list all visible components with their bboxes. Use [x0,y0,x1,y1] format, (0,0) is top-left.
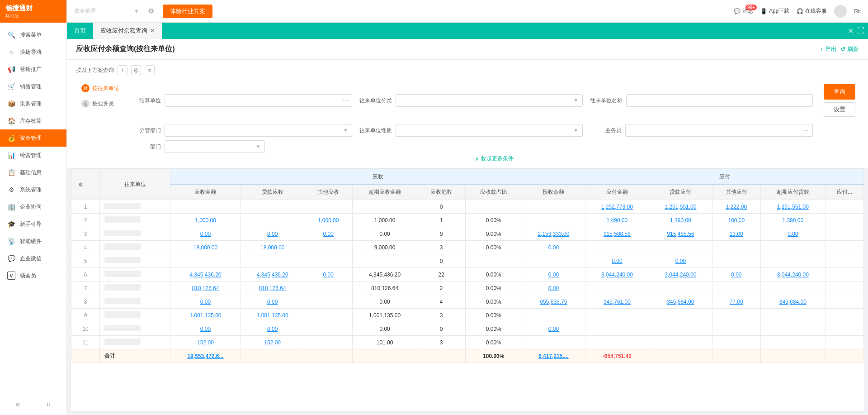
row-overdue_ap[interactable]: 1,390.00 [760,214,825,227]
row-ap_amount[interactable]: 1,252,773.00 [585,200,649,214]
sidebar-settings-btn[interactable]: ⚙ [5,399,32,410]
row-prepay_balance[interactable]: 0.00 [522,281,585,295]
set-button[interactable]: 设置 [824,102,855,117]
refresh-btn[interactable]: ↺ 刷新 [840,45,859,53]
topbar-message-btn[interactable]: 💬 消息 99+ [734,7,753,15]
row-prepay_balance[interactable]: 0.00 [522,268,585,281]
row-ar_amount[interactable]: 0.00 [170,227,241,241]
row-loan_ar[interactable]: 4,345,436.20 [241,268,304,281]
close-window-btn[interactable]: ✕ [848,27,854,35]
row-loan_ar[interactable]: 0.00 [241,295,304,309]
row-ap_amount[interactable]: 345,761.00 [585,295,649,309]
sidebar-item-finance[interactable]: 💰 资金管理 [0,129,66,147]
username[interactable]: Rit [854,8,861,14]
row-ar_amount[interactable]: 152.00 [170,336,241,349]
salesman-input[interactable]: ··· [625,124,813,137]
row-prepay_balance[interactable]: 2,153,333.00 [522,227,585,241]
topbar-gear-btn[interactable]: ⚙ [145,5,157,18]
sidebar-item-purchase[interactable]: 📦 采购管理 [0,95,66,112]
row-loan_ap[interactable]: 0.00 [649,254,712,268]
partner-nature-select[interactable]: ▼ [396,124,582,137]
row-ap_amount[interactable]: 0.00 [585,254,649,268]
row-loan_ar[interactable]: 1,001,135.00 [241,309,304,322]
row-other_ar[interactable]: 0.00 [304,268,352,281]
collapse-btn[interactable]: ∧ 收起更多条件 [129,153,859,164]
partner-name-input[interactable] [626,94,813,107]
row-loan_ap[interactable]: 1,390.00 [649,214,712,227]
row-other_ap[interactable]: 100.00 [712,214,760,227]
th-settings[interactable]: ⚙ [71,169,100,200]
sidebar-item-system[interactable]: ⚙ 系统管理 [0,181,66,198]
row-overdue_ap[interactable]: 345,684.00 [760,295,825,309]
sidebar-item-sales[interactable]: 🛒 销售管理 [0,78,66,95]
filter-partner-nature: 往来单位性质 ▼ [359,124,582,137]
filter-collapse-btn[interactable]: « [145,65,155,75]
row-loan_ar[interactable]: 0.00 [241,227,304,241]
total-ar-amount[interactable]: 19,553,472,6... [170,349,241,363]
query-button[interactable]: 查询 [824,84,855,100]
row-other_ar[interactable]: 1,000.00 [304,214,352,227]
row-loan_ar[interactable]: 0.00 [241,322,304,336]
row-other_ar[interactable]: 0.00 [304,227,352,241]
filter-add-btn[interactable]: + [118,65,127,75]
sidebar-item-wechat[interactable]: 💬 企业微信 [0,250,66,267]
sidebar-item-quick[interactable]: ⌂ 快捷导航 [0,43,66,61]
sidebar-item-guide[interactable]: 🎓 新手引导 [0,215,66,233]
avatar[interactable] [834,5,847,18]
row-ar_amount[interactable]: 18,000.00 [170,241,241,254]
row-prepay_balance[interactable]: 655,636.75 [522,295,585,309]
side-panel-by-salesman[interactable]: ◷ 按业务员 [76,96,126,111]
dept-select[interactable]: ▼ [165,124,352,137]
row-ap_amount[interactable]: 915,508.56 [585,227,649,241]
row-prepay_balance[interactable]: 0.00 [522,241,585,254]
row-loan_ar[interactable]: 18,000.00 [241,241,304,254]
row-loan_ap[interactable]: 1,251,551.00 [649,200,712,214]
maximize-btn[interactable]: ⛶ [857,27,864,35]
row-ar_amount[interactable]: 0.00 [170,322,241,336]
filter-settings-btn[interactable]: ◎ [131,65,141,75]
row-ar_amount[interactable]: 810,126.64 [170,281,241,295]
sidebar-item-operations[interactable]: 📊 经营管理 [0,147,66,164]
total-prepay-balance[interactable]: 6,417,215.... [522,349,585,363]
sidebar-item-corp[interactable]: 🏢 企业协同 [0,198,66,215]
export-btn[interactable]: ↑ 导出 [821,45,837,53]
tab-home[interactable]: 首页 [67,23,93,39]
sidebar-item-marketing[interactable]: 📢 营销推广 [0,61,66,78]
row-overdue_ap[interactable]: 1,251,551.00 [760,200,825,214]
sidebar-item-search[interactable]: 🔍 搜索菜单 [0,26,66,43]
row-other_ap[interactable]: 0.00 [712,268,760,281]
row-ar_amount[interactable]: 1,000.00 [170,214,241,227]
solution-button[interactable]: 体验行业方案 [163,5,212,18]
sidebar-item-base[interactable]: 📋 基础信息 [0,164,66,181]
row-overdue_ap[interactable]: 0.00 [760,227,825,241]
topbar-dropdown-btn[interactable]: ▼ [134,8,139,14]
row-loan_ap[interactable]: 3,044,240.00 [649,268,712,281]
row-other_ap[interactable]: 77.00 [712,295,760,309]
row-overdue_ap[interactable]: 3,044,240.00 [760,268,825,281]
sidebar-pause-btn[interactable]: ⏸ [35,399,62,410]
row-other_ap[interactable]: 1,222.00 [712,200,760,214]
department-select[interactable]: ▼ [165,140,265,153]
sidebar-item-member[interactable]: V 畅会员 [0,267,66,284]
row-prepay_balance[interactable]: 0.00 [522,322,585,336]
row-ar_amount[interactable]: 4,345,436.20 [170,268,241,281]
sidebar-item-inventory[interactable]: 🏠 库存核算 [0,112,66,129]
row-ap_amount[interactable]: 3,044,240.00 [585,268,649,281]
row-loan_ap[interactable]: 345,684.00 [649,295,712,309]
jiesuan-input[interactable]: ··· [165,94,352,107]
table-settings-icon[interactable]: ⚙ [76,180,85,189]
row-other_ap[interactable]: 13.00 [712,227,760,241]
row-ap_amount[interactable]: 1,490.00 [585,214,649,227]
tab-arquery[interactable]: 应收应付余额查询 ✕ [93,23,162,39]
row-loan_ar[interactable]: 152.00 [241,336,304,349]
side-panel-by-partner[interactable]: 财 按往来单位 [76,81,126,96]
row-ar_amount[interactable]: 1,001,135.00 [170,309,241,322]
sidebar-item-hardware[interactable]: 📡 智能硬件 [0,233,66,250]
partner-category-select[interactable]: ▼ [396,94,582,107]
row-ar_amount[interactable]: 0.00 [170,295,241,309]
topbar-service-btn[interactable]: 🎧 在线客服 [797,7,827,15]
tab-close-btn[interactable]: ✕ [150,28,155,34]
topbar-app-btn[interactable]: 📱 App下载 [760,7,789,15]
row-loan_ap[interactable]: 915,495.56 [649,227,712,241]
row-loan_ar[interactable]: 810,126.64 [241,281,304,295]
